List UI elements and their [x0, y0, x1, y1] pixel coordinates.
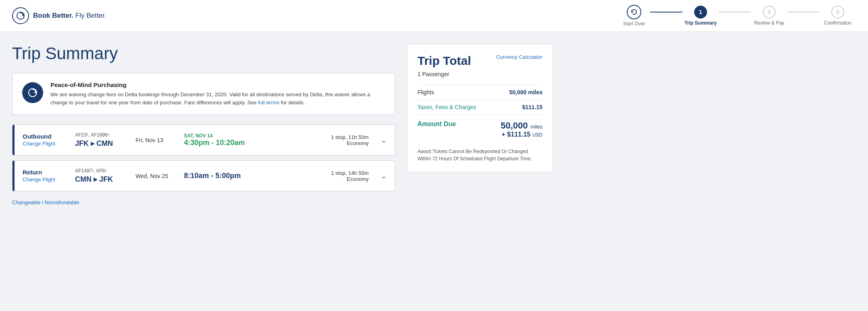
outbound-expand-arrow[interactable]: ⌄ — [381, 136, 387, 145]
outbound-time: 4:30pm - 10:20am — [184, 139, 248, 147]
return-route: AF1497¹, AF6¹ CMN ▸ JFK — [75, 168, 127, 184]
amount-due-label: Amount Due — [417, 120, 456, 128]
return-time: 8:10am - 5:00pm — [184, 172, 248, 180]
flights-label: Flights — [417, 89, 434, 95]
step-3-label: Confirmation — [824, 20, 851, 26]
step-2-circle: 2 — [763, 6, 776, 19]
step-1[interactable]: 1 Trip Summary — [682, 6, 719, 26]
return-card-inner: Return Change Flight AF1497¹, AF6¹ CMN ▸… — [13, 161, 395, 191]
return-departure-date: Wed, Nov 25 — [136, 173, 176, 179]
outbound-route-main: JFK ▸ CMN — [75, 139, 127, 148]
step-3[interactable]: 3 Confirmation — [820, 6, 856, 26]
start-over-label: Start Over — [623, 21, 645, 27]
return-route-main: CMN ▸ JFK — [75, 175, 127, 184]
outbound-stops: 1 stop, 11h 50m Economy — [257, 134, 369, 146]
outbound-flight-card: Outbound Change Flight AF23¹, AF1896¹ JF… — [12, 124, 395, 156]
trip-total-title: Trip Total — [417, 54, 471, 68]
taxes-cost-row: Taxes, Fees & Charges $111.15 — [417, 100, 542, 114]
main-content: Trip Summary Peace-of-Mind Purchasing We… — [0, 32, 565, 218]
amount-due-usd: + $111.15 USD — [501, 131, 542, 138]
amount-due-miles: 50,000 miles — [501, 120, 542, 131]
return-flight-card: Return Change Flight AF1497¹, AF6¹ CMN ▸… — [12, 160, 395, 191]
peace-icon — [22, 82, 43, 103]
return-change-link[interactable]: Change Flight — [23, 176, 55, 182]
route-arrow-return: ▸ — [94, 175, 97, 184]
page-title: Trip Summary — [12, 44, 395, 63]
outbound-departure-date: Fri, Nov 13 — [136, 137, 176, 143]
outbound-card-inner: Outbound Change Flight AF23¹, AF1896¹ JF… — [13, 125, 395, 155]
amount-due-value: 50,000 miles + $111.15 USD — [501, 120, 542, 138]
return-expand-arrow[interactable]: ⌄ — [381, 172, 387, 180]
step-line-0 — [650, 12, 682, 12]
start-over-icon — [627, 5, 641, 19]
step-2[interactable]: 2 Review & Pay — [751, 6, 787, 26]
return-label: Return — [23, 169, 67, 176]
return-stops: 1 stop, 14h 50m Economy — [257, 170, 369, 182]
outbound-route: AF23¹, AF1896¹ JFK ▸ CMN — [75, 132, 127, 148]
step-start-over[interactable]: Start Over — [618, 5, 650, 27]
changeable-label[interactable]: Changeable / Nonrefundable — [12, 199, 395, 205]
taxes-label: Taxes, Fees & Charges — [417, 104, 476, 110]
outbound-change-link[interactable]: Change Flight — [23, 141, 55, 147]
logo-area: Book Better. Fly Better. — [12, 7, 106, 24]
peace-of-mind-box: Peace-of-Mind Purchasing We are waiving … — [12, 73, 395, 115]
step-2-label: Review & Pay — [754, 20, 785, 26]
logo-icon — [12, 7, 29, 24]
return-time-block: 8:10am - 5:00pm — [184, 172, 248, 180]
taxes-value: $111.15 — [522, 104, 542, 110]
right-panel: Trip Total Currency Calculator 1 Passeng… — [407, 44, 553, 205]
route-arrow: ▸ — [91, 139, 94, 148]
stepper: Start Over 1 Trip Summary 2 Review & Pay… — [618, 5, 856, 27]
step-3-circle: 3 — [831, 6, 844, 19]
peace-content: Peace-of-Mind Purchasing We are waiving … — [50, 81, 385, 106]
header: Book Better. Fly Better. Start Over 1 Tr… — [0, 0, 868, 32]
trip-total-header: Trip Total Currency Calculator — [417, 54, 542, 68]
outbound-label: Outbound — [23, 133, 67, 140]
return-type: Return Change Flight — [23, 169, 67, 183]
full-terms-link[interactable]: full terms — [258, 100, 280, 106]
award-notice: Award Tickets Cannot Be Redeposited Or C… — [417, 148, 542, 162]
amount-due-section: Amount Due 50,000 miles + $111.15 USD — [417, 114, 542, 142]
logo-text: Book Better. Fly Better. — [33, 12, 106, 20]
peace-title: Peace-of-Mind Purchasing — [50, 81, 385, 88]
step-line-2 — [787, 12, 820, 12]
step-1-circle: 1 — [694, 6, 707, 19]
amount-due-row: Amount Due 50,000 miles + $111.15 USD — [417, 120, 542, 138]
outbound-type: Outbound Change Flight — [23, 133, 67, 147]
currency-calculator-link[interactable]: Currency Calculator — [496, 54, 542, 60]
step-1-label: Trip Summary — [684, 20, 717, 26]
step-line-1 — [719, 12, 751, 12]
left-panel: Trip Summary Peace-of-Mind Purchasing We… — [12, 44, 395, 205]
flights-value: 50,000 miles — [509, 89, 542, 95]
passenger-count: 1 Passenger — [417, 71, 542, 77]
trip-total-box: Trip Total Currency Calculator 1 Passeng… — [407, 44, 553, 172]
return-flight-numbers: AF1497¹, AF6¹ — [75, 168, 127, 174]
flights-cost-row: Flights 50,000 miles — [417, 85, 542, 100]
peace-body: We are waiving change fees on Delta book… — [50, 91, 385, 106]
outbound-arrival-date: SAT, NOV 14 4:30pm - 10:20am — [184, 133, 248, 147]
outbound-flight-numbers: AF23¹, AF1896¹ — [75, 132, 127, 138]
